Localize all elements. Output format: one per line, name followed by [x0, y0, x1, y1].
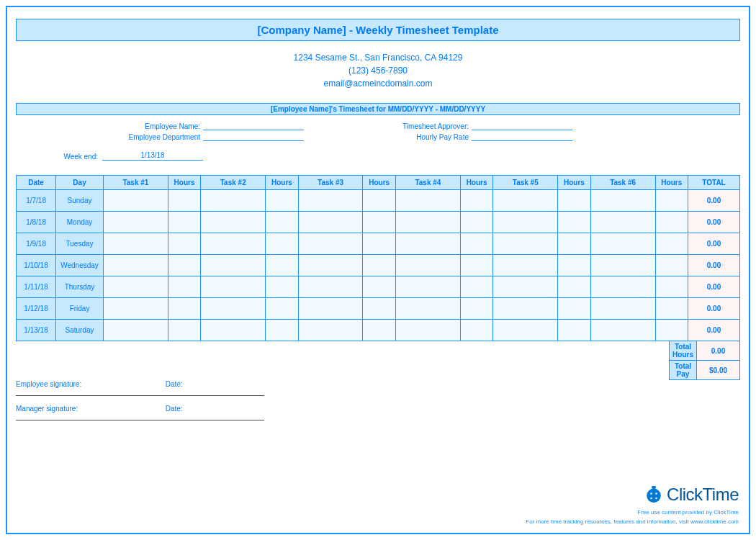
- employee-department-field[interactable]: [203, 132, 304, 141]
- hours-cell[interactable]: [168, 298, 201, 320]
- hours-cell[interactable]: [266, 190, 299, 212]
- hours-cell[interactable]: [266, 298, 299, 320]
- task-cell[interactable]: [396, 276, 461, 298]
- task-cell[interactable]: [493, 298, 558, 320]
- timesheet-approver-field[interactable]: [472, 121, 572, 130]
- row-total: 0.00: [688, 190, 740, 212]
- task-cell[interactable]: [103, 190, 168, 212]
- task-cell[interactable]: [103, 320, 168, 341]
- day-cell: Monday: [56, 212, 104, 233]
- hours-cell[interactable]: [460, 320, 493, 341]
- task-cell[interactable]: [298, 320, 363, 341]
- task-cell[interactable]: [298, 233, 363, 255]
- hours-cell[interactable]: [460, 233, 493, 255]
- task-cell[interactable]: [590, 298, 655, 320]
- task-cell[interactable]: [493, 276, 558, 298]
- task-cell[interactable]: [103, 298, 168, 320]
- hours-cell[interactable]: [168, 320, 201, 341]
- hours-cell[interactable]: [168, 212, 201, 233]
- hours-cell[interactable]: [558, 298, 591, 320]
- week-end-value[interactable]: 1/13/18: [102, 151, 203, 161]
- task-cell[interactable]: [298, 190, 363, 212]
- task-cell[interactable]: [590, 320, 655, 341]
- hours-cell[interactable]: [168, 190, 201, 212]
- task-cell[interactable]: [493, 255, 558, 276]
- manager-signature-line[interactable]: [16, 420, 264, 420]
- day-cell: Saturday: [56, 320, 104, 341]
- task-cell[interactable]: [103, 233, 168, 255]
- hours-cell[interactable]: [655, 298, 688, 320]
- hours-cell[interactable]: [558, 320, 591, 341]
- task-cell[interactable]: [201, 320, 266, 341]
- hours-cell[interactable]: [558, 233, 591, 255]
- hours-cell[interactable]: [168, 233, 201, 255]
- task-cell[interactable]: [493, 190, 558, 212]
- task-cell[interactable]: [590, 233, 655, 255]
- hours-cell[interactable]: [558, 190, 591, 212]
- task-cell[interactable]: [298, 212, 363, 233]
- hours-cell[interactable]: [655, 320, 688, 341]
- task-cell[interactable]: [298, 276, 363, 298]
- task-cell[interactable]: [103, 255, 168, 276]
- hours-cell[interactable]: [363, 320, 396, 341]
- hours-cell[interactable]: [460, 276, 493, 298]
- hours-cell[interactable]: [655, 255, 688, 276]
- total-hours-label: Total Hours: [670, 341, 697, 361]
- employee-name-label: Employee Name:: [16, 122, 203, 130]
- col-total: TOTAL: [688, 176, 740, 190]
- date-cell: 1/7/18: [17, 190, 56, 212]
- hours-cell[interactable]: [655, 212, 688, 233]
- task-cell[interactable]: [396, 190, 461, 212]
- task-cell[interactable]: [298, 255, 363, 276]
- task-cell[interactable]: [396, 255, 461, 276]
- task-cell[interactable]: [201, 276, 266, 298]
- task-cell[interactable]: [590, 276, 655, 298]
- hours-cell[interactable]: [558, 276, 591, 298]
- employee-name-field[interactable]: [203, 121, 304, 130]
- hours-cell[interactable]: [460, 212, 493, 233]
- task-cell[interactable]: [590, 212, 655, 233]
- hours-cell[interactable]: [655, 276, 688, 298]
- hours-cell[interactable]: [655, 233, 688, 255]
- hours-cell[interactable]: [363, 212, 396, 233]
- hours-cell[interactable]: [363, 255, 396, 276]
- hours-cell[interactable]: [363, 190, 396, 212]
- hours-cell[interactable]: [363, 276, 396, 298]
- hours-cell[interactable]: [266, 276, 299, 298]
- task-cell[interactable]: [590, 255, 655, 276]
- hours-cell[interactable]: [363, 233, 396, 255]
- hours-cell[interactable]: [266, 212, 299, 233]
- task-cell[interactable]: [590, 190, 655, 212]
- hours-cell[interactable]: [266, 255, 299, 276]
- task-cell[interactable]: [298, 298, 363, 320]
- task-cell[interactable]: [201, 190, 266, 212]
- hours-cell[interactable]: [460, 255, 493, 276]
- hours-cell[interactable]: [558, 255, 591, 276]
- task-cell[interactable]: [201, 233, 266, 255]
- hours-cell[interactable]: [266, 233, 299, 255]
- task-cell[interactable]: [396, 320, 461, 341]
- header-row: Date Day Task #1 Hours Task #2 Hours Tas…: [17, 176, 740, 190]
- task-cell[interactable]: [493, 233, 558, 255]
- task-cell[interactable]: [493, 320, 558, 341]
- task-cell[interactable]: [396, 298, 461, 320]
- hours-cell[interactable]: [168, 255, 201, 276]
- hours-cell[interactable]: [558, 212, 591, 233]
- hours-cell[interactable]: [168, 276, 201, 298]
- task-cell[interactable]: [396, 212, 461, 233]
- employee-signature-line[interactable]: [16, 395, 264, 396]
- hours-cell[interactable]: [266, 320, 299, 341]
- task-cell[interactable]: [201, 212, 266, 233]
- task-cell[interactable]: [103, 276, 168, 298]
- hours-cell[interactable]: [460, 298, 493, 320]
- hours-cell[interactable]: [460, 190, 493, 212]
- hours-cell[interactable]: [655, 190, 688, 212]
- task-cell[interactable]: [396, 233, 461, 255]
- task-cell[interactable]: [201, 255, 266, 276]
- hourly-pay-rate-field[interactable]: [472, 132, 572, 141]
- task-cell[interactable]: [201, 298, 266, 320]
- task-cell[interactable]: [103, 212, 168, 233]
- task-cell[interactable]: [493, 212, 558, 233]
- stopwatch-icon: [644, 485, 664, 505]
- hours-cell[interactable]: [363, 298, 396, 320]
